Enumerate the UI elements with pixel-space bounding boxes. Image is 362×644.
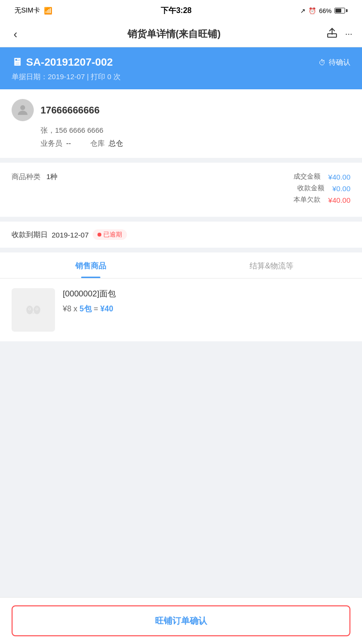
order-date: 单据日期：2019-12-07 | 打印 0 次 bbox=[12, 72, 350, 82]
svg-point-6 bbox=[29, 308, 30, 310]
wifi-icon: 📶 bbox=[44, 7, 52, 14]
salesperson-label: 业务员 bbox=[41, 139, 62, 148]
nav-actions: ··· bbox=[327, 28, 352, 41]
customer-row: 17666666666 bbox=[12, 99, 350, 121]
customer-section: 17666666666 张，156 6666 6666 业务员 -- 仓库 总仓 bbox=[0, 89, 362, 158]
battery-percent: 66% bbox=[319, 7, 332, 14]
customer-name: 张，156 6666 6666 bbox=[41, 126, 350, 135]
product-item: [0000002]面包 ¥8 x 5包 = ¥40 bbox=[12, 288, 350, 332]
overdue-text: 已逾期 bbox=[103, 230, 122, 239]
product-total: ¥40 bbox=[100, 305, 113, 313]
salesperson-item: 业务员 -- bbox=[41, 139, 71, 148]
owed-amount-value: ¥40.00 bbox=[328, 196, 350, 204]
battery-icon bbox=[334, 8, 348, 14]
status-bar: 无SIM卡 📶 下午3:28 ↗ ⏰ 66% bbox=[0, 0, 362, 21]
product-price: ¥8 x bbox=[63, 305, 80, 313]
stats-section: 商品种类 1种 成交金额 ¥40.00 收款金额 ¥0.00 本单欠款 ¥40.… bbox=[0, 163, 362, 217]
product-types-label: 商品种类 bbox=[12, 172, 41, 182]
overdue-badge: 已逾期 bbox=[93, 229, 127, 240]
order-status: ⏱ 待确认 bbox=[319, 58, 350, 67]
owed-amount-row: 本单欠款 ¥40.00 bbox=[181, 196, 350, 204]
alarm-icon: ⏰ bbox=[308, 7, 316, 14]
bottom-bar: 旺铺订单确认 bbox=[0, 597, 362, 644]
customer-meta: 业务员 -- 仓库 总仓 bbox=[41, 139, 350, 148]
due-section: 收款到期日 2019-12-07 已逾期 bbox=[0, 222, 362, 248]
product-equals: = bbox=[94, 305, 100, 313]
order-id: 🖥 SA-20191207-002 bbox=[12, 56, 113, 69]
share-button[interactable] bbox=[327, 28, 337, 41]
received-amount-value: ¥0.00 bbox=[332, 184, 350, 193]
product-image bbox=[12, 288, 55, 332]
no-sim-text: 无SIM卡 bbox=[14, 6, 40, 15]
page-title: 销货单详情(来自旺铺) bbox=[127, 28, 221, 41]
svg-point-1 bbox=[20, 105, 25, 110]
product-quantity: 5包 bbox=[80, 305, 92, 313]
product-types-value: 1种 bbox=[46, 172, 57, 182]
status-time: 下午3:28 bbox=[161, 6, 192, 16]
nav-bar: ‹ 销货单详情(来自旺铺) ··· bbox=[0, 21, 362, 47]
status-right: ↗ ⏰ 66% bbox=[300, 7, 348, 14]
overdue-dot-icon bbox=[97, 233, 101, 237]
more-button[interactable]: ··· bbox=[345, 29, 352, 39]
product-name: [0000002]面包 bbox=[63, 288, 350, 299]
status-left: 无SIM卡 📶 bbox=[14, 6, 52, 15]
svg-point-7 bbox=[36, 308, 38, 310]
deal-amount-value: ¥40.00 bbox=[328, 173, 350, 181]
product-section: [0000002]面包 ¥8 x 5包 = ¥40 bbox=[0, 279, 362, 341]
product-info: [0000002]面包 ¥8 x 5包 = ¥40 bbox=[63, 288, 350, 314]
order-header: 🖥 SA-20191207-002 ⏱ 待确认 单据日期：2019-12-07 … bbox=[0, 47, 362, 89]
tab-settlement[interactable]: 结算&物流等 bbox=[181, 252, 362, 278]
confirm-button[interactable]: 旺铺订单确认 bbox=[12, 605, 350, 636]
tabs-row: 销售商品 结算&物流等 bbox=[0, 252, 362, 279]
avatar bbox=[12, 99, 34, 121]
warehouse-item: 仓库 总仓 bbox=[90, 139, 123, 148]
deal-amount-row: 成交金额 ¥40.00 bbox=[181, 172, 350, 181]
order-id-row: 🖥 SA-20191207-002 ⏱ 待确认 bbox=[12, 56, 350, 69]
tabs-section: 销售商品 结算&物流等 [0000002]面包 bbox=[0, 252, 362, 341]
back-button[interactable]: ‹ bbox=[10, 24, 21, 45]
deal-amount-label: 成交金额 bbox=[293, 172, 320, 181]
order-icon: 🖥 bbox=[12, 56, 22, 69]
location-icon: ↗ bbox=[300, 7, 306, 14]
tab-products[interactable]: 销售商品 bbox=[0, 252, 181, 278]
product-price-row: ¥8 x 5包 = ¥40 bbox=[63, 304, 350, 314]
warehouse-label: 仓库 bbox=[90, 139, 105, 148]
received-amount-label: 收款金额 bbox=[297, 184, 324, 193]
stats-right: 成交金额 ¥40.00 收款金额 ¥0.00 本单欠款 ¥40.00 bbox=[181, 172, 350, 207]
customer-phone: 17666666666 bbox=[41, 105, 99, 116]
received-amount-row: 收款金额 ¥0.00 bbox=[181, 184, 350, 193]
spacer bbox=[0, 346, 362, 404]
owed-amount-label: 本单欠款 bbox=[293, 196, 320, 204]
stats-left: 商品种类 1种 bbox=[12, 172, 181, 182]
due-date-value: 2019-12-07 bbox=[52, 231, 89, 239]
clock-icon: ⏱ bbox=[319, 58, 326, 67]
salesperson-value: -- bbox=[66, 139, 71, 148]
warehouse-value: 总仓 bbox=[109, 139, 123, 148]
due-date-label: 收款到期日 bbox=[12, 230, 48, 239]
